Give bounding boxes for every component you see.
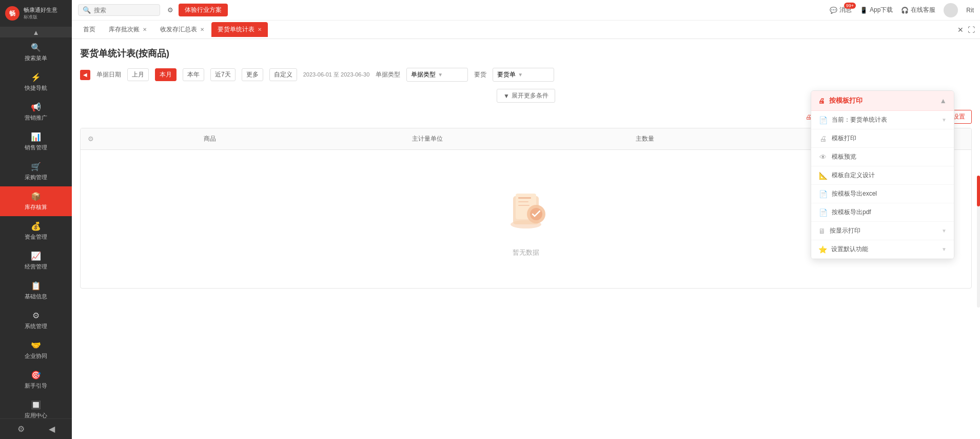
template-preview-label: 模板预览 xyxy=(832,152,947,161)
tab-home[interactable]: 首页 xyxy=(77,22,102,37)
col-quantity: 主数量 xyxy=(536,132,754,145)
avatar[interactable] xyxy=(944,3,958,17)
topbar: 🔍 ⚙ 体验行业方案 💬 消息 99+ 📱 App下载 🎧 在线客服 Rit xyxy=(72,0,980,21)
dropdown-set-default[interactable]: ⭐ 设置默认功能 ▼ xyxy=(811,240,954,259)
template-preview-icon: 👁 xyxy=(818,153,828,161)
svg-rect-7 xyxy=(518,205,530,206)
dropdown-current-item[interactable]: 📄 当前：要货单统计表 ▼ xyxy=(811,111,954,129)
yaohuo-select-label: 要货单 xyxy=(497,70,516,79)
scrollbar-thumb[interactable] xyxy=(977,176,980,206)
collapse-icon[interactable]: ◀ xyxy=(49,424,55,434)
logo-icon: 畅 xyxy=(5,6,19,21)
yaohuo-select[interactable]: 要货单 ▼ xyxy=(493,68,554,82)
date-btn-more[interactable]: 更多 xyxy=(242,68,263,81)
date-btn-custom[interactable]: 自定义 xyxy=(269,68,297,81)
app-download-label: App下载 xyxy=(870,6,893,14)
search-input[interactable] xyxy=(94,7,155,14)
sidebar-item-marketing[interactable]: 📢 营销推广 xyxy=(0,97,72,127)
sidebar-nav: ▲ 🔍 搜索菜单 ⚡ 快捷导航 📢 营销推广 📊 销售管理 🛒 采购管理 📦 库… xyxy=(0,27,72,418)
template-pdf-icon: 📄 xyxy=(818,208,828,217)
sidebar-item-enterprise[interactable]: 🤝 企业协同 xyxy=(0,335,72,365)
topbar-search-icon: 🔍 xyxy=(83,6,91,14)
sidebar-inventory-label: 库存核算 xyxy=(25,203,47,211)
settings-bottom-icon[interactable]: ⚙ xyxy=(17,424,25,434)
tab-collection-close[interactable]: ✕ xyxy=(200,27,204,32)
column-settings-icon[interactable]: ⚙ xyxy=(81,135,101,143)
online-service-btn[interactable]: 🎧 在线客服 xyxy=(901,6,935,14)
current-template-icon: 📄 xyxy=(818,116,828,124)
template-print-label: 模板打印 xyxy=(832,134,947,143)
sidebar-guide-label: 新手引导 xyxy=(25,382,47,390)
dropdown-display-print[interactable]: 🖥 按显示打印 ▼ xyxy=(811,222,954,240)
empty-svg xyxy=(500,181,552,232)
headset-icon: 🎧 xyxy=(901,7,909,14)
template-excel-label: 按模板导出excel xyxy=(832,189,947,198)
sidebar-item-app-center[interactable]: 🔲 应用中心 xyxy=(0,395,72,418)
type-select-label: 单据类型 xyxy=(411,70,436,79)
message-btn[interactable]: 💬 消息 99+ xyxy=(830,6,852,14)
sidebar-item-basic-info[interactable]: 📋 基础信息 xyxy=(0,276,72,306)
topbar-search-box[interactable]: 🔍 xyxy=(78,4,160,16)
sidebar-item-operations[interactable]: 📈 经营管理 xyxy=(0,246,72,276)
tab-inventory-batch-close[interactable]: ✕ xyxy=(143,27,147,32)
date-btn-last-month[interactable]: 上月 xyxy=(127,68,149,81)
tab-expand-btn[interactable]: ✕ xyxy=(957,26,964,34)
filter-collapse-btn[interactable]: ◀ xyxy=(80,70,90,80)
industry-btn[interactable]: 体验行业方案 xyxy=(179,4,228,16)
tab-order-stats-close[interactable]: ✕ xyxy=(258,27,262,32)
date-btn-7days[interactable]: 近7天 xyxy=(210,68,236,81)
main-area: 🔍 ⚙ 体验行业方案 💬 消息 99+ 📱 App下载 🎧 在线客服 Rit xyxy=(72,0,980,439)
template-excel-icon: 📄 xyxy=(818,190,828,198)
app-center-icon: 🔲 xyxy=(31,400,41,410)
tab-inventory-batch-label: 库存批次账 xyxy=(109,25,140,34)
dropdown-template-pdf[interactable]: 📄 按模板导出pdf xyxy=(811,203,954,222)
sidebar-item-purchase[interactable]: 🛒 采购管理 xyxy=(0,157,72,186)
dropdown-close-btn[interactable]: ▲ xyxy=(939,97,947,105)
expand-more-btn[interactable]: ▼ 展开更多条件 xyxy=(497,89,555,103)
app-download-btn[interactable]: 📱 App下载 xyxy=(860,6,893,14)
type-select-arrow: ▼ xyxy=(438,72,443,78)
sidebar-item-inventory[interactable]: 📦 库存核算 xyxy=(0,186,72,216)
tab-fullscreen-btn[interactable]: ⛶ xyxy=(968,26,975,34)
display-print-arrow: ▼ xyxy=(942,228,947,234)
type-filter-label: 单据类型 xyxy=(376,70,400,79)
tab-order-stats[interactable]: 要货单统计表 ✕ xyxy=(211,22,268,37)
tab-collection-label: 收发存汇总表 xyxy=(160,25,197,34)
date-btn-this-year[interactable]: 本年 xyxy=(183,68,204,81)
date-btn-this-month[interactable]: 本月 xyxy=(155,68,177,81)
finance-icon: 💰 xyxy=(31,221,41,231)
type-select[interactable]: 单据类型 ▼ xyxy=(406,68,468,82)
current-template-label: 当前：要货单统计表 xyxy=(832,116,937,124)
sales-icon: 📊 xyxy=(31,132,41,142)
dropdown-template-preview[interactable]: 👁 模板预览 xyxy=(811,148,954,166)
empty-illustration xyxy=(500,181,552,242)
dropdown-header: 🖨 按模板打印 ▲ xyxy=(811,91,954,111)
username-label[interactable]: Rit xyxy=(966,7,974,14)
scroll-up-btn[interactable]: ▲ xyxy=(0,27,72,37)
sidebar-item-system[interactable]: ⚙ 系统管理 xyxy=(0,306,72,335)
tab-inventory-batch[interactable]: 库存批次账 ✕ xyxy=(103,22,153,37)
sidebar-enterprise-label: 企业协同 xyxy=(25,352,47,360)
sidebar-item-guide[interactable]: 🎯 新手引导 xyxy=(0,365,72,395)
sidebar-item-sales[interactable]: 📊 销售管理 xyxy=(0,127,72,157)
sidebar-appcenter-label: 应用中心 xyxy=(25,412,47,418)
sidebar-bottom: ⚙ ◀ xyxy=(0,418,72,439)
sidebar: 畅 畅康通好生意 标准版 ▲ 🔍 搜索菜单 ⚡ 快捷导航 📢 营销推广 📊 销售… xyxy=(0,0,72,439)
sidebar-item-search[interactable]: 🔍 搜索菜单 xyxy=(0,37,72,67)
dropdown-template-custom[interactable]: 📐 模板自定义设计 xyxy=(811,166,954,185)
sidebar-finance-label: 资金管理 xyxy=(25,233,47,241)
sidebar-item-quick-nav[interactable]: ⚡ 快捷导航 xyxy=(0,67,72,97)
message-icon: 💬 xyxy=(830,7,837,14)
yaohuo-filter-label: 要货 xyxy=(474,70,486,79)
dropdown-template-print[interactable]: 🖨 模板打印 xyxy=(811,129,954,148)
enterprise-icon: 🤝 xyxy=(31,340,41,350)
sidebar-item-finance[interactable]: 💰 资金管理 xyxy=(0,216,72,246)
app-name: 畅康通好生意 xyxy=(24,6,57,14)
dropdown-template-excel[interactable]: 📄 按模板导出excel xyxy=(811,185,954,203)
system-icon: ⚙ xyxy=(32,311,40,320)
sidebar-operations-label: 经营管理 xyxy=(25,263,47,271)
topbar-gear-icon[interactable]: ⚙ xyxy=(167,6,173,14)
topbar-right: 💬 消息 99+ 📱 App下载 🎧 在线客服 Rit xyxy=(830,3,974,17)
tab-collection-summary[interactable]: 收发存汇总表 ✕ xyxy=(154,22,210,37)
operations-icon: 📈 xyxy=(31,251,41,261)
